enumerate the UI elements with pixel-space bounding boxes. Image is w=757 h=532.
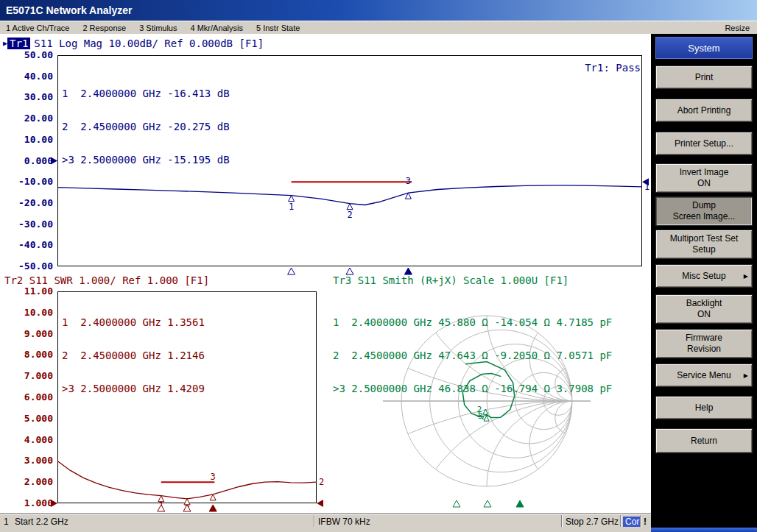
- softkey-print[interactable]: Print: [655, 65, 753, 89]
- svg-text:3: 3: [211, 472, 216, 482]
- status-bar: 1 Start 2.2 GHz IFBW 70 kHz Stop 2.7 GHz…: [0, 513, 651, 532]
- softkey-abort-printing[interactable]: Abort Printing: [655, 99, 753, 122]
- tr1-marker-3: >3 2.5000000 GHz -15.195 dB: [62, 155, 230, 166]
- sweep-start-readout: Start 2.2 GHz: [15, 517, 68, 527]
- tr2-marker-1: 1 2.4000000 GHz 1.3561: [62, 317, 205, 328]
- tr2-marker-readout: 1 2.4000000 GHz 1.3561 2 2.4500000 GHz 1…: [62, 295, 205, 416]
- statusbar-divider: [640, 515, 641, 527]
- limit-test-status: Tr1: Pass: [515, 62, 641, 74]
- softkey-misc-setup[interactable]: Misc Setup▶: [655, 264, 753, 288]
- correction-badge: Cor: [623, 517, 641, 527]
- menu-instr-state[interactable]: 5 Instr State: [256, 24, 300, 32]
- softkey-backlight[interactable]: BacklightON: [655, 294, 753, 324]
- tr3-marker-1: 1 2.4000000 GHz 45.880 Ω -14.054 Ω 4.718…: [333, 317, 612, 328]
- softkey-firmware-revision[interactable]: FirmwareRevision: [655, 329, 753, 358]
- softkey-service-menu[interactable]: Service Menu▶: [655, 363, 753, 387]
- softkey-help[interactable]: Help: [655, 396, 753, 419]
- svg-text:3: 3: [406, 176, 411, 186]
- submenu-arrow-icon: ▶: [744, 273, 748, 280]
- taskbar-fragment: [651, 528, 757, 532]
- channel-indicator: 1: [4, 517, 9, 527]
- menu-bar: 1 Active Ch/Trace 2 Response 3 Stimulus …: [0, 21, 757, 34]
- softkey-invert-image[interactable]: Invert ImageON: [655, 163, 753, 193]
- menu-resize[interactable]: Resize: [725, 24, 757, 32]
- softkey-printer-setup[interactable]: Printer Setup...: [655, 132, 753, 155]
- tr2-marker-3: >3 2.5000000 GHz 1.4209: [62, 383, 205, 394]
- statusbar-divider: [620, 515, 622, 527]
- softkey-panel: System Print Abort Printing Printer Setu…: [651, 34, 757, 532]
- title-bar: E5071C Network Analyzer: [0, 0, 757, 21]
- softkey-menu-title: System: [655, 37, 753, 59]
- alert-indicator: !: [644, 517, 647, 527]
- svg-text:1: 1: [644, 182, 649, 192]
- softkey-multiport-test-set-setup[interactable]: Multiport Test SetSetup: [655, 230, 753, 259]
- instrument-screen: E5071C Network Analyzer 1 Active Ch/Trac…: [0, 0, 757, 532]
- menu-mkr-analysis[interactable]: 4 Mkr/Analysis: [190, 24, 243, 32]
- tr1-format-label: S11 Log Mag 10.00dB/ Ref 0.000dB [F1]: [34, 38, 264, 49]
- tr1-marker-readout: 1 2.4000000 GHz -16.413 dB 2 2.4500000 G…: [62, 66, 230, 188]
- softkey-return[interactable]: Return: [655, 428, 753, 453]
- display-area: ▶Tr1S11 Log Mag 10.00dB/ Ref 0.000dB [F1…: [0, 34, 651, 513]
- tr2-y-axis: 11.0010.009.0008.0007.0006.0005.0004.000…: [0, 34, 53, 513]
- svg-text:2: 2: [347, 210, 352, 220]
- softkey-dump-screen-image[interactable]: DumpScreen Image...: [655, 196, 753, 226]
- tr3-marker-2: 2 2.4500000 GHz 47.643 Ω -9.2050 Ω 7.057…: [333, 350, 612, 361]
- tr3-marker-3: >3 2.5000000 GHz 46.838 Ω -16.794 Ω 3.79…: [333, 383, 612, 394]
- window-title: E5071C Network Analyzer: [6, 4, 132, 16]
- ifbw-readout: IFBW 70 kHz: [318, 517, 370, 527]
- menu-stimulus[interactable]: 3 Stimulus: [139, 24, 177, 32]
- svg-text:1: 1: [289, 202, 294, 212]
- menu-response[interactable]: 2 Response: [82, 24, 126, 32]
- tr3-marker-readout: 1 2.4000000 GHz 45.880 Ω -14.054 Ω 4.718…: [333, 295, 612, 416]
- submenu-arrow-icon: ▶: [744, 372, 748, 379]
- statusbar-divider: [314, 515, 315, 527]
- menu-active-ch-trace[interactable]: 1 Active Ch/Trace: [6, 24, 69, 32]
- tr1-marker-1: 1 2.4000000 GHz -16.413 dB: [62, 88, 230, 99]
- tr3-header: Tr3 S11 Smith (R+jX) Scale 1.000U [F1]: [333, 274, 568, 286]
- statusbar-divider: [561, 515, 563, 527]
- tr1-marker-2: 2 2.4500000 GHz -20.275 dB: [62, 121, 230, 132]
- tr2-marker-2: 2 2.4500000 GHz 1.2146: [62, 350, 205, 361]
- sweep-stop-readout: Stop 2.7 GHz: [566, 517, 619, 527]
